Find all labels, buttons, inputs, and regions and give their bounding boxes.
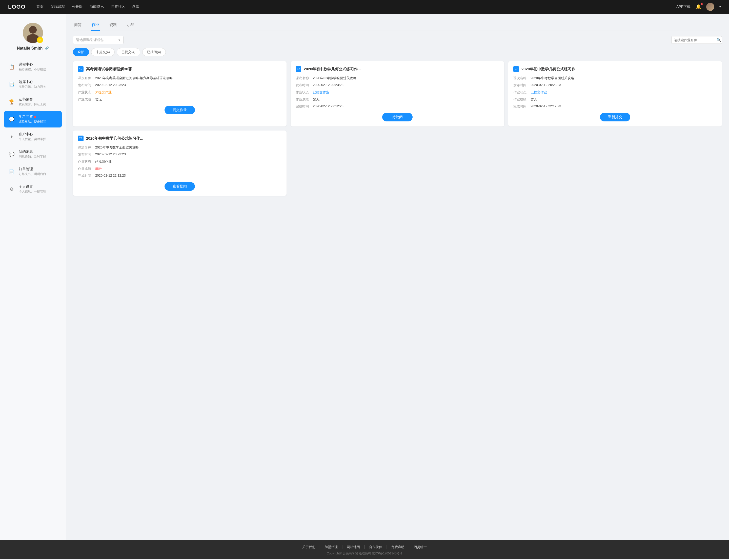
bank-icon: 📑 [8, 81, 15, 88]
course-select[interactable]: 请选择课程/课程包 ▾ [73, 36, 123, 44]
sidebar-item-account[interactable]: ♦ 账户中心 个人权益、实时掌握 [4, 128, 62, 145]
logo[interactable]: LOGO [8, 4, 28, 10]
study-qa-icon: 💬 [8, 116, 15, 123]
sidebar-item-course[interactable]: 📋 课程中心 精彩课程、不容错过 [4, 59, 62, 75]
nav-discover[interactable]: 发现课程 [51, 5, 65, 9]
footer-disclaimer[interactable]: 免费声明 [387, 545, 409, 549]
user-name-icon[interactable]: 🔗 [45, 46, 49, 50]
card4-complete-value: 2020-02-12 22:12:23 [95, 174, 126, 177]
card1-status-value: 未提交作业 [95, 90, 112, 95]
tab-questions[interactable]: 问答 [73, 20, 82, 31]
card2-title: 2020年初中数学几何公式练习作... [304, 67, 361, 72]
footer-sitemap[interactable]: 网站地图 [343, 545, 364, 549]
card3-score-label: 作业成绩 [513, 97, 529, 102]
card4-btn-row: 查看批阅 [78, 182, 281, 191]
card4-course-value: 2020年中考数学全面过关攻略 [95, 145, 139, 150]
card1-submit-btn[interactable]: 提交作业 [164, 106, 195, 114]
card3-shield-icon: 🛡 [513, 66, 519, 72]
card2-status-label: 作业状态 [296, 90, 311, 95]
nav-bank[interactable]: 题库 [132, 5, 139, 9]
status-tab-submitted[interactable]: 已提交(4) [117, 48, 140, 56]
nav-home[interactable]: 首页 [36, 5, 44, 9]
bank-title: 题库中心 [19, 80, 58, 84]
sidebar-text-study-qa: 学习问答 课后重温、疑难解答 [19, 115, 58, 124]
footer-partners[interactable]: 合作伙伴 [365, 545, 386, 549]
content-tabs: 问答 作业 资料 小组 [73, 20, 722, 31]
card3-course-label: 课次名称 [513, 76, 529, 80]
card2-publish-label: 发布时间 [296, 83, 311, 88]
footer-about[interactable]: 关于我们 [298, 545, 319, 549]
assignment-cards: 🛡 高考英语试卷阅读理解30张 课次名称 2020年高考英语全面过关攻略-第六期… [73, 61, 722, 196]
study-qa-badge [34, 116, 36, 118]
user-menu-chevron[interactable]: ▾ [719, 5, 721, 9]
sidebar-item-settings[interactable]: ⚙ 个人设置 个人信息、一键管理 [4, 181, 62, 197]
card4-publish-field: 发布时间 2020-02-12 20:23:23 [78, 152, 281, 157]
sidebar-item-certificate[interactable]: 🏆 证书荣誉 收获荣誉、持证上岗 [4, 94, 62, 110]
certificate-title: 证书荣誉 [19, 97, 58, 102]
tab-homework[interactable]: 作业 [91, 20, 100, 31]
card1-publish-field: 发布时间 2020-02-12 20:23:23 [78, 83, 281, 88]
status-tab-unsubmitted[interactable]: 未提交(4) [91, 48, 115, 56]
footer-jobs[interactable]: 招贤纳士 [410, 545, 431, 549]
card2-course-label: 课次名称 [296, 76, 311, 80]
card2-pending-btn[interactable]: 待批阅 [382, 113, 413, 121]
main-layout: ⭐ Natalie Smith 🔗 📋 课程中心 精彩课程、不容错过 📑 题库中… [0, 14, 729, 540]
card4-course-field: 课次名称 2020年中考数学全面过关攻略 [78, 145, 281, 150]
card4-score-value: 88分 [95, 166, 102, 171]
card1-btn-row: 提交作业 [78, 106, 281, 114]
settings-desc: 个人信息、一键管理 [19, 189, 58, 194]
sidebar: ⭐ Natalie Smith 🔗 📋 课程中心 精彩课程、不容错过 📑 题库中… [0, 14, 66, 540]
footer-links: 关于我们 | 加盟代理 | 网站地图 | 合作伙伴 | 免费声明 | 招贤纳士 [0, 545, 729, 549]
footer-franchise[interactable]: 加盟代理 [320, 545, 342, 549]
card2-shield-icon: 🛡 [296, 66, 301, 72]
navbar: LOGO 首页 发现课程 公开课 新闻资讯 问答社区 题库 ··· APP下载 … [0, 0, 729, 14]
certificate-icon: 🏆 [8, 98, 15, 105]
sidebar-text-account: 账户中心 个人权益、实时掌握 [19, 132, 58, 141]
app-download[interactable]: APP下载 [676, 5, 691, 9]
card3-title-row: 🛡 2020年初中数学几何公式练习作... [513, 66, 717, 72]
card3-course-value: 2020年中考数学全面过关攻略 [531, 76, 574, 80]
card3-score-value: 暂无 [531, 97, 537, 102]
card4-status-value: 已批阅作业 [95, 159, 112, 164]
filter-left: 请选择课程/课程包 ▾ [73, 36, 123, 44]
user-name-text: Natalie Smith [17, 46, 43, 51]
card1-score-label: 作业成绩 [78, 97, 93, 102]
status-tab-all[interactable]: 全部 [73, 48, 89, 56]
sidebar-item-messages[interactable]: 💬 我的消息 消息通知、及时了解 [4, 146, 62, 162]
sidebar-item-study-qa[interactable]: 💬 学习问答 课后重温、疑难解答 [4, 111, 62, 127]
messages-title: 我的消息 [19, 149, 58, 154]
card3-publish-field: 发布时间 2020-02-12 20:23:23 [513, 83, 717, 88]
notification-bell[interactable]: 🔔 [696, 4, 701, 10]
nav-news[interactable]: 新闻资讯 [90, 5, 104, 9]
card2-complete-field: 完成时间 2020-02-12 22:12:23 [296, 104, 499, 109]
orders-desc: 订单支出、明明白白 [19, 172, 58, 176]
card3-score-field: 作业成绩 暂无 [513, 97, 717, 102]
tab-materials[interactable]: 资料 [108, 20, 118, 31]
sidebar-text-settings: 个人设置 个人信息、一键管理 [19, 184, 58, 194]
sidebar-text-certificate: 证书荣誉 收获荣誉、持证上岗 [19, 97, 58, 106]
nav-more[interactable]: ··· [146, 5, 149, 9]
nav-opencourse[interactable]: 公开课 [72, 5, 82, 9]
notification-badge [701, 3, 703, 5]
card3-complete-field: 完成时间 2020-02-12 22:12:23 [513, 104, 717, 109]
user-avatar-nav[interactable] [706, 3, 714, 11]
card4-view-btn[interactable]: 查看批阅 [164, 182, 195, 191]
sidebar-item-bank[interactable]: 📑 题库中心 海量习题、助力通关 [4, 76, 62, 93]
status-tab-reviewed[interactable]: 已批阅(4) [142, 48, 166, 56]
card4-status-label: 作业状态 [78, 159, 93, 164]
tab-groups[interactable]: 小组 [126, 20, 136, 31]
card1-course-value: 2020年高考英语全面过关攻略-第六期零基础语法攻略 [95, 76, 173, 80]
search-icon[interactable]: 🔍 [717, 38, 721, 42]
card3-complete-value: 2020-02-12 22:12:23 [531, 104, 561, 108]
card4-score-label: 作业成绩 [78, 166, 93, 171]
card3-resubmit-btn[interactable]: 重新提交 [600, 113, 630, 121]
nav-qa[interactable]: 问答社区 [111, 5, 125, 9]
account-desc: 个人权益、实时掌握 [19, 137, 58, 141]
search-input[interactable] [674, 38, 717, 42]
sidebar-item-orders[interactable]: 📄 订单管理 订单支出、明明白白 [4, 163, 62, 180]
messages-desc: 消息通知、及时了解 [19, 155, 58, 159]
card3-title: 2020年初中数学几何公式练习作... [522, 67, 579, 72]
card3-course-field: 课次名称 2020年中考数学全面过关攻略 [513, 76, 717, 80]
bank-desc: 海量习题、助力通关 [19, 85, 58, 89]
card2-course-field: 课次名称 2020年中考数学全面过关攻略 [296, 76, 499, 80]
